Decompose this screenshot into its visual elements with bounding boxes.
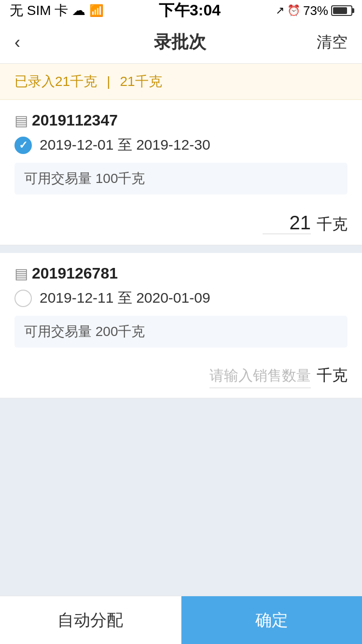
batch2-id-row: ▤ 2019126781 [14,265,348,282]
alarm-icon: ⏰ [287,4,300,17]
batch1-radio[interactable]: ✓ [14,137,32,154]
batch1-id-row: ▤ 2019112347 [14,112,348,129]
battery-percent: 73% [303,3,328,18]
batch1-date-row[interactable]: ✓ 2019-12-01 至 2019-12-30 [14,135,348,155]
batch1-quantity-underline: 21 [263,212,311,234]
batch2-id-icon: ▤ [14,265,28,282]
batch2-id: 2019126781 [32,265,118,282]
batch1-id: 2019112347 [32,112,118,129]
page-title: 录批次 [154,30,206,54]
auto-distribute-button[interactable]: 自动分配 [0,596,181,644]
back-button[interactable]: ‹ [14,32,43,53]
battery-icon [331,5,352,16]
batch1-available: 可用交易量 100千克 [14,163,348,195]
batch-item-2: ▤ 2019126781 2019-12-11 至 2020-01-09 可用交… [0,253,362,398]
status-left: 无 SIM 卡 ☁ 📶 [10,1,104,20]
batch2-radio[interactable] [14,290,32,307]
wifi-icon: 📶 [89,4,104,17]
content-area: 已录入21千克 | 21千克 ▤ 2019112347 ✓ 2019-12-01… [0,64,362,644]
status-bar: 无 SIM 卡 ☁ 📶 下午3:04 ↗ ⏰ 73% [0,0,362,21]
batch1-unit: 千克 [317,214,348,235]
batch-item-1: ▤ 2019112347 ✓ 2019-12-01 至 2019-12-30 可… [0,100,362,245]
batch1-id-icon: ▤ [14,112,28,129]
status-time: 下午3:04 [159,0,221,21]
batch1-date: 2019-12-01 至 2019-12-30 [40,135,210,155]
confirm-button[interactable]: 确定 [181,596,362,644]
location-icon: ↗ [276,4,284,17]
batch1-quantity-value: 21 [290,212,311,233]
sim-label: 无 SIM 卡 ☁ [10,1,85,20]
section-separator [0,245,362,253]
info-divider: | [107,74,110,89]
batch1-quantity-row: 21 千克 [0,204,362,245]
batch2-input-row[interactable]: 请输入销售数量 千克 [0,357,362,398]
batch2-unit: 千克 [317,365,348,386]
info-value: 21千克 [120,72,162,91]
nav-bar: ‹ 录批次 清空 [0,21,362,64]
status-right: ↗ ⏰ 73% [276,3,352,18]
batch2-input-placeholder: 请输入销售数量 [209,367,311,383]
batch2-date-row[interactable]: 2019-12-11 至 2020-01-09 [14,288,348,308]
recorded-label: 已录入21千克 [14,72,97,91]
batch1-check-icon: ✓ [19,139,28,152]
batch2-date: 2019-12-11 至 2020-01-09 [40,288,210,308]
bottom-bar: 自动分配 确定 [0,596,362,644]
clear-button[interactable]: 清空 [317,32,348,53]
batch2-quantity-input[interactable]: 请输入销售数量 [209,366,311,388]
info-banner: 已录入21千克 | 21千克 [0,64,362,100]
batch2-available: 可用交易量 200千克 [14,316,348,348]
